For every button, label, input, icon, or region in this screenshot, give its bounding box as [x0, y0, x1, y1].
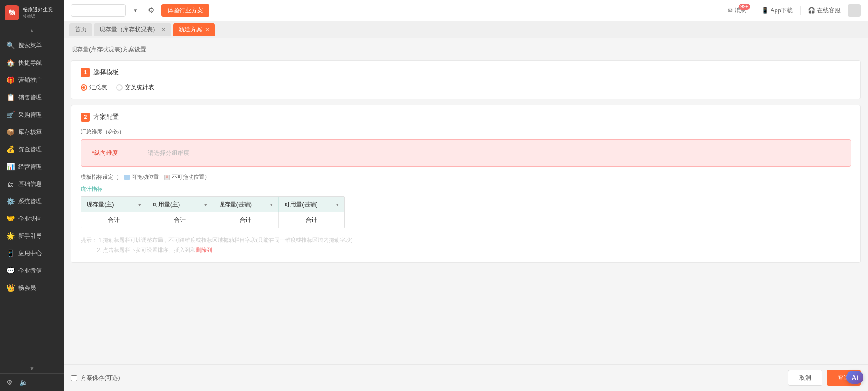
radio-summary[interactable]: 汇总表: [81, 83, 107, 92]
stats-cell-2: 合计: [213, 212, 279, 228]
no-drag-dot: [164, 175, 170, 180]
col-chevron-3: ▾: [336, 202, 339, 208]
app-edition: 标准版: [23, 13, 53, 19]
sound-bottom-icon[interactable]: 🔈: [20, 378, 28, 386]
member-icon: 👑: [6, 284, 15, 292]
settings-bottom-icon[interactable]: ⚙: [6, 378, 12, 386]
footer-area: 方案保存(可选) 取消 查询: [64, 364, 868, 391]
logo-icon: 畅: [5, 5, 19, 20]
sidebar-item-sales[interactable]: 📋 销售管理: [0, 89, 64, 106]
dimension-placeholder: 请选择分组维度: [148, 149, 189, 157]
indicator-settings: 模板指标设定（ 可拖动位置 不可拖动位置）: [81, 173, 851, 181]
app-name: 畅康通好生意: [23, 6, 53, 13]
sidebar-item-basic-info[interactable]: 🗂 基础信息: [0, 175, 64, 193]
save-checkbox[interactable]: [71, 375, 77, 381]
topbar-settings-btn[interactable]: ⚙: [145, 4, 158, 17]
col-chevron-0: ▾: [138, 202, 141, 208]
tab-inventory-status[interactable]: 现存量（库存状况表） ✕: [94, 23, 171, 36]
tabbar: 首页 现存量（库存状况表） ✕ 新建方案 ✕: [64, 21, 868, 38]
tab-new-scheme-label: 新建方案: [179, 26, 202, 34]
wechat-icon: 💬: [6, 267, 15, 275]
app-logo: 畅 畅康通好生意 标准版: [0, 0, 64, 26]
tab-home[interactable]: 首页: [69, 23, 92, 36]
section1-num: 1: [81, 68, 90, 77]
stats-col-3[interactable]: 可用量(基辅) ▾: [279, 197, 344, 212]
stats-col-0[interactable]: 现存量(主) ▾: [81, 197, 147, 212]
hint-2: 2. 点击标题栏下拉可设置排序、插入列和删除列: [81, 246, 851, 256]
col-label-2: 现存量(基辅): [219, 201, 252, 209]
drag-label: 可拖动位置: [132, 173, 159, 181]
sidebar-item-label: 经营管理: [18, 163, 42, 171]
topbar-search-input[interactable]: [71, 4, 126, 17]
col-label-1: 可用量(主): [153, 201, 180, 209]
sidebar-item-label: 搜索菜单: [18, 41, 42, 50]
stats-cell-1: 合计: [147, 212, 213, 228]
sidebar-item-label: 库存核算: [18, 128, 42, 136]
radio-crosstab-label: 交叉统计表: [125, 83, 154, 92]
radio-crosstab[interactable]: 交叉统计表: [116, 83, 154, 92]
app-center-icon: 📱: [6, 249, 15, 257]
sidebar-item-member[interactable]: 👑 畅会员: [0, 279, 64, 297]
section1-header: 1 选择模板: [81, 68, 851, 77]
topbar-divider: [754, 6, 754, 15]
ai-badge[interactable]: Ai: [846, 371, 863, 384]
stats-table: 现存量(主) ▾ 可用量(主) ▾ 现存量(基辅) ▾ 可用量(基辅) ▾: [81, 196, 345, 228]
app-download-icon: 📱: [761, 7, 769, 14]
col-chevron-1: ▾: [204, 202, 207, 208]
sidebar-item-finance[interactable]: 💰 资金管理: [0, 141, 64, 158]
tab-inventory-status-label: 现存量（库存状况表）: [99, 26, 158, 34]
stats-col-1[interactable]: 可用量(主) ▾: [147, 197, 213, 212]
stats-cell-3: 合计: [279, 212, 344, 228]
col-label-3: 可用量(基辅): [284, 201, 318, 209]
sidebar-item-label: 系统管理: [18, 197, 42, 206]
sidebar-item-wechat[interactable]: 💬 企业微信: [0, 262, 64, 279]
topbar-dropdown-btn[interactable]: ▾: [129, 5, 141, 16]
sidebar-item-label: 企业微信: [18, 267, 42, 275]
enterprise-icon: 🤝: [6, 215, 15, 223]
sidebar-nav: 🔍 搜索菜单 🏠 快捷导航 🎁 营销推广 📋 销售管理 🛒 采购管理 📦 库存核…: [0, 35, 64, 364]
online-service-btn[interactable]: 🎧 在线客服: [808, 6, 841, 15]
no-drag-indicator: 不可拖动位置）: [164, 173, 210, 181]
app-download-label: App下载: [771, 6, 793, 15]
topbar-divider2: [800, 6, 801, 15]
stats-col-2[interactable]: 现存量(基辅) ▾: [213, 197, 279, 212]
tab-inventory-status-close[interactable]: ✕: [161, 26, 166, 33]
sidebar-item-purchase[interactable]: 🛒 采购管理: [0, 106, 64, 123]
sidebar-item-label: 应用中心: [18, 249, 42, 257]
sidebar-item-inventory[interactable]: 📦 库存核算: [0, 123, 64, 141]
template-radio-group: 汇总表 交叉统计表: [81, 83, 851, 92]
sidebar-scroll-up[interactable]: ▲: [0, 26, 64, 35]
online-service-label: 在线客服: [817, 6, 841, 15]
sidebar-item-marketing[interactable]: 🎁 营销推广: [0, 72, 64, 89]
drag-indicator: 可拖动位置: [124, 173, 159, 181]
no-drag-label: 不可拖动位置）: [172, 173, 210, 181]
sidebar-item-app-center[interactable]: 📱 应用中心: [0, 245, 64, 262]
section1-title: 选择模板: [93, 68, 119, 77]
sidebar-item-operation[interactable]: 📊 经营管理: [0, 158, 64, 175]
sidebar-item-enterprise[interactable]: 🤝 企业协同: [0, 210, 64, 227]
sidebar-item-label: 快捷导航: [18, 59, 42, 67]
quick-nav-icon: 🏠: [6, 59, 15, 67]
section2-num: 2: [81, 113, 90, 122]
sidebar-item-label: 销售管理: [18, 93, 42, 102]
sidebar-scroll-down[interactable]: ▼: [0, 364, 64, 373]
tab-new-scheme[interactable]: 新建方案 ✕: [173, 23, 215, 36]
basic-info-icon: 🗂: [6, 180, 15, 188]
dimension-box[interactable]: *纵向维度 —— 请选择分组维度: [81, 139, 851, 167]
page-title: 现存量(库存状况表)方案设置: [71, 46, 861, 54]
trial-btn[interactable]: 体验行业方案: [161, 4, 209, 17]
sidebar-item-search-menu[interactable]: 🔍 搜索菜单: [0, 37, 64, 54]
indicator-settings-label: 模板指标设定（: [81, 173, 119, 181]
message-btn[interactable]: ✉ 消息 99+: [728, 6, 746, 15]
sidebar-item-system[interactable]: ⚙️ 系统管理: [0, 193, 64, 210]
app-download-btn[interactable]: 📱 App下载: [761, 6, 793, 15]
sidebar-item-newbie[interactable]: 🌟 新手引导: [0, 227, 64, 245]
cancel-button[interactable]: 取消: [788, 370, 822, 386]
user-avatar[interactable]: [848, 4, 861, 17]
radio-summary-circle: [81, 84, 87, 91]
sidebar-item-quick-nav[interactable]: 🏠 快捷导航: [0, 54, 64, 72]
save-label[interactable]: 方案保存(可选): [81, 374, 120, 382]
main-area: ▾ ⚙ 体验行业方案 ✉ 消息 99+ 📱 App下载 🎧 在线客服: [64, 0, 868, 391]
topbar: ▾ ⚙ 体验行业方案 ✉ 消息 99+ 📱 App下载 🎧 在线客服: [64, 0, 868, 21]
tab-new-scheme-close[interactable]: ✕: [205, 26, 209, 33]
